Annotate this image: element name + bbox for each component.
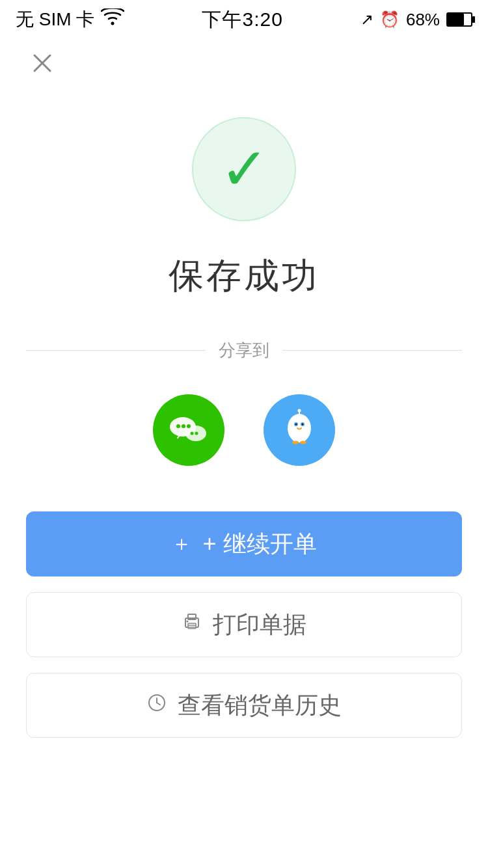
divider-right [282,350,462,351]
svg-point-6 [182,424,185,428]
share-icons-row [153,394,335,466]
svg-point-0 [111,21,115,25]
alarm-icon: ⏰ [380,10,400,29]
checkmark-icon: ✓ [220,140,269,198]
share-label: 分享到 [219,339,269,362]
svg-point-8 [191,432,194,435]
svg-point-14 [295,424,297,426]
svg-rect-23 [188,623,196,629]
history-label: 查看销货单历史 [178,690,342,722]
svg-point-26 [187,621,189,623]
status-time: 下午3:20 [202,7,282,33]
share-section: 分享到 [0,339,488,466]
history-button[interactable]: 查看销货单历史 [26,673,462,738]
history-icon [146,692,167,718]
divider-left [26,350,206,351]
svg-point-7 [187,424,191,428]
status-left: 无 SIM 卡 [16,7,124,32]
battery-label: 68% [406,10,440,30]
svg-point-20 [298,409,301,413]
wifi-icon [101,8,124,31]
svg-point-18 [300,441,306,444]
main-content: ✓ 保存成功 分享到 [0,39,488,738]
print-label: 打印单据 [213,609,306,641]
svg-point-9 [195,432,198,435]
svg-point-11 [291,416,307,435]
status-bar: 无 SIM 卡 下午3:20 ↗ ⏰ 68% [0,0,488,39]
print-button[interactable]: 打印单据 [26,592,462,657]
battery-icon [446,12,472,27]
close-button[interactable] [26,47,59,79]
svg-point-17 [292,441,299,444]
wechat-share-button[interactable] [153,394,224,466]
continue-label: + 继续开单 [202,528,316,560]
print-icon [182,612,202,638]
status-right: ↗ ⏰ 68% [360,10,472,30]
svg-line-29 [157,703,160,705]
svg-point-15 [302,424,304,426]
sim-label: 无 SIM 卡 [16,7,94,32]
success-title: 保存成功 [169,252,319,300]
continue-button[interactable]: ＋ + 继续开单 [26,511,462,576]
plus-icon: ＋ [171,530,192,558]
location-icon: ↗ [360,10,373,29]
qq-share-button[interactable] [264,394,335,466]
svg-point-16 [291,432,307,442]
action-buttons: ＋ + 继续开单 打印单据 [0,511,488,738]
success-icon-circle: ✓ [192,117,296,221]
share-divider-row: 分享到 [0,339,488,362]
svg-point-5 [176,424,180,428]
